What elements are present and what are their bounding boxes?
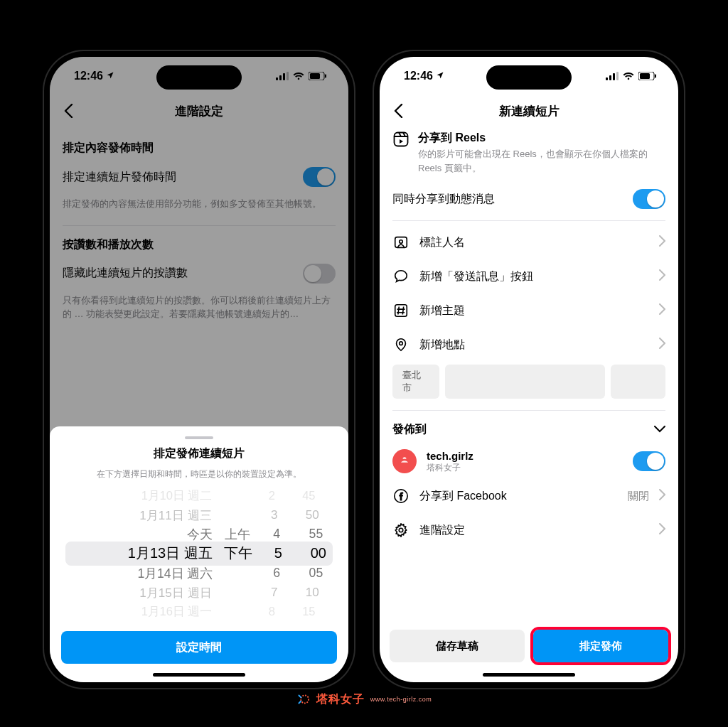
wifi-icon xyxy=(623,72,634,80)
hashtag-icon xyxy=(392,303,410,318)
home-indicator[interactable] xyxy=(483,673,575,677)
svg-point-18 xyxy=(400,342,403,345)
dynamic-island xyxy=(486,65,572,90)
location-suggestions: 臺北市 xyxy=(392,362,665,406)
row-add-location[interactable]: 新增地點 xyxy=(392,328,665,362)
schedule-sheet: 排定發佈連續短片 在下方選擇日期和時間，時區是以你的裝置設定為準。 1月10日 … xyxy=(50,426,348,682)
row-advanced-settings[interactable]: 進階設定 xyxy=(392,513,665,547)
location-pin-icon xyxy=(392,337,410,352)
share-facebook-label: 分享到 Facebook xyxy=(419,489,618,504)
share-facebook-value: 關閉 xyxy=(628,490,649,503)
divider xyxy=(392,220,665,221)
add-topic-label: 新增主題 xyxy=(419,303,649,318)
save-draft-button[interactable]: 儲存草稿 xyxy=(390,630,525,662)
advanced-settings-label: 進階設定 xyxy=(419,523,649,538)
section-title-likes: 按讚數和播放次數 xyxy=(63,230,336,257)
cellular-signal-icon xyxy=(606,72,619,80)
datetime-picker[interactable]: 1月10日 週二245 1月11日 週三350 今天上午455 1月13日 週五… xyxy=(65,486,333,621)
reels-subtitle: 你的影片可能會出現在 Reels，也會顯示在你個人檔案的 Reels 頁籤中。 xyxy=(418,147,665,182)
back-button[interactable] xyxy=(388,101,408,121)
chevron-right-icon xyxy=(659,235,665,249)
hide-likes-note: 只有你看得到此連續短片的按讚數。你可以稍後前往連續短片上方的 … 功能表變更此設… xyxy=(63,291,336,331)
phone-frame-left: 12:46 xyxy=(43,50,355,689)
facebook-icon xyxy=(392,488,410,504)
section-title-schedule: 排定內容發佈時間 xyxy=(63,134,336,160)
svg-rect-14 xyxy=(395,133,408,146)
toggle-schedule[interactable] xyxy=(303,167,336,187)
chevron-right-icon xyxy=(659,523,665,537)
svg-rect-10 xyxy=(616,72,619,80)
tag-people-label: 標註人名 xyxy=(419,235,649,250)
chevron-right-icon xyxy=(659,303,665,318)
home-indicator[interactable] xyxy=(153,673,245,677)
schedule-publish-button[interactable]: 排定發佈 xyxy=(533,630,668,662)
account-avatar xyxy=(392,449,417,473)
nav-bar: 進階設定 xyxy=(50,95,348,126)
feed-toggle-label: 同時分享到動態消息 xyxy=(392,192,623,207)
reels-title: 分享到 Reels xyxy=(418,131,665,147)
cellular-signal-icon xyxy=(276,72,289,80)
location-arrow-icon xyxy=(436,70,444,82)
wifi-icon xyxy=(293,72,304,80)
svg-rect-8 xyxy=(609,75,611,80)
battery-icon xyxy=(638,72,657,80)
watermark-text: 塔科女子 xyxy=(316,692,365,707)
divider xyxy=(63,225,336,226)
sheet-title: 排定發佈連續短片 xyxy=(61,446,337,461)
back-button[interactable] xyxy=(58,101,78,121)
tag-person-icon xyxy=(392,235,410,250)
svg-rect-17 xyxy=(395,305,407,317)
svg-rect-2 xyxy=(283,73,285,80)
add-message-button-label: 新增「發送訊息」按鈕 xyxy=(419,269,649,284)
svg-rect-13 xyxy=(655,75,656,78)
schedule-note: 排定發佈的內容無法使用部分功能，例如多文發佈至其他帳號。 xyxy=(63,194,336,221)
svg-point-21 xyxy=(399,528,403,532)
location-chip-blurred[interactable] xyxy=(445,365,605,399)
toggle-feed-share[interactable] xyxy=(633,189,665,209)
battery-icon xyxy=(309,72,327,80)
svg-rect-6 xyxy=(325,75,326,78)
svg-rect-7 xyxy=(606,77,608,80)
account-username: tech.girlz xyxy=(427,450,473,463)
row-add-topic[interactable]: 新增主題 xyxy=(392,294,665,328)
chevron-right-icon xyxy=(659,489,665,503)
toggle-account-share[interactable] xyxy=(633,451,665,471)
row-add-message-button[interactable]: 新增「發送訊息」按鈕 xyxy=(392,259,665,294)
status-time: 12:46 xyxy=(74,70,103,82)
sheet-grabber[interactable] xyxy=(185,436,213,439)
svg-point-16 xyxy=(400,240,403,244)
location-chip-blurred[interactable] xyxy=(611,365,665,399)
chat-bubble-icon xyxy=(392,269,410,284)
dynamic-island xyxy=(156,65,242,90)
location-arrow-icon xyxy=(106,70,114,82)
page-title: 進階設定 xyxy=(175,103,223,119)
account-display-name: 塔科女子 xyxy=(427,463,473,473)
chevron-right-icon xyxy=(659,269,665,284)
row-tag-people[interactable]: 標註人名 xyxy=(392,225,665,259)
watermark-logo-icon xyxy=(296,691,312,707)
watermark-url: www.tech-girlz.com xyxy=(370,696,432,703)
row-publish-to[interactable]: 發佈到 xyxy=(392,415,665,443)
location-chip[interactable]: 臺北市 xyxy=(392,365,439,399)
divider xyxy=(392,410,665,411)
nav-bar: 新連續短片 xyxy=(380,95,678,126)
add-location-label: 新增地點 xyxy=(419,338,649,352)
sheet-subtitle: 在下方選擇日期和時間，時區是以你的裝置設定為準。 xyxy=(61,468,337,480)
svg-rect-3 xyxy=(287,72,289,80)
svg-rect-5 xyxy=(310,73,320,79)
set-time-button[interactable]: 設定時間 xyxy=(61,631,337,664)
phone-frame-right: 12:46 xyxy=(373,50,685,689)
svg-rect-15 xyxy=(395,237,407,248)
status-time: 12:46 xyxy=(404,70,433,82)
gear-icon xyxy=(392,522,410,538)
svg-rect-1 xyxy=(279,75,282,80)
toggle-hide-likes[interactable] xyxy=(303,264,336,284)
page-title: 新連續短片 xyxy=(499,103,560,119)
publish-to-title: 發佈到 xyxy=(392,422,644,437)
svg-rect-9 xyxy=(613,73,615,80)
row-account: tech.girlz 塔科女子 xyxy=(392,443,665,479)
toggle-hide-likes-label: 隱藏此連續短片的按讚數 xyxy=(63,266,293,281)
svg-point-22 xyxy=(301,696,309,704)
toggle-schedule-label: 排定連續短片發佈時間 xyxy=(63,170,293,185)
row-share-facebook[interactable]: 分享到 Facebook 關閉 xyxy=(392,479,665,513)
